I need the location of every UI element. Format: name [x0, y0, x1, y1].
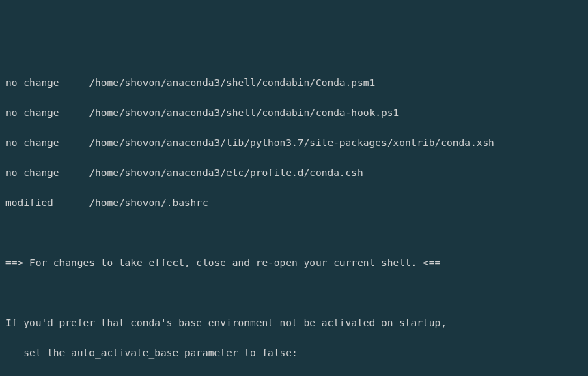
output-line [5, 285, 583, 300]
output-line: no change /home/shovon/anaconda3/etc/pro… [5, 165, 583, 180]
output-line: no change /home/shovon/anaconda3/shell/c… [5, 75, 583, 90]
output-line: set the auto_activate_base parameter to … [5, 345, 583, 360]
output-line: no change /home/shovon/anaconda3/shell/c… [5, 105, 583, 120]
output-line: no change /home/shovon/anaconda3/lib/pyt… [5, 135, 583, 150]
output-line [5, 225, 583, 240]
terminal-output: no change /home/shovon/anaconda3/shell/c… [5, 60, 583, 376]
output-line: modified /home/shovon/.bashrc [5, 195, 583, 210]
output-line: ==> For changes to take effect, close an… [5, 255, 583, 270]
output-line: If you'd prefer that conda's base enviro… [5, 315, 583, 330]
